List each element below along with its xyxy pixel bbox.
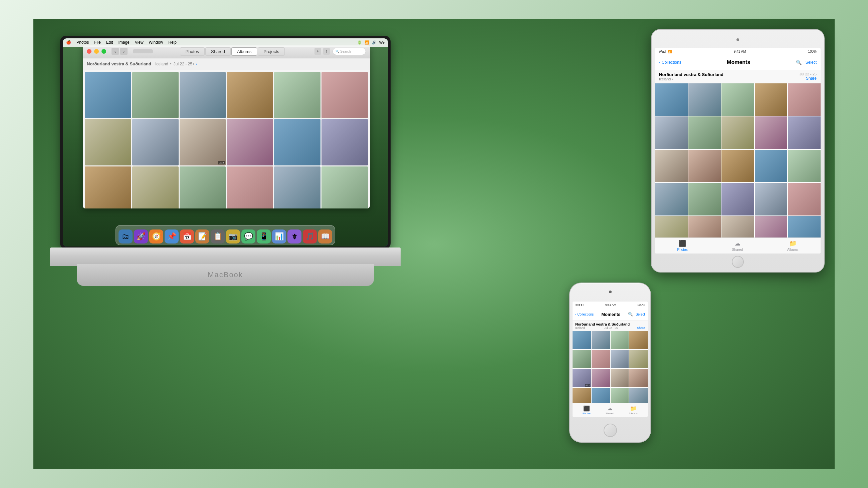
iphone-back-button[interactable]: ‹ Collections (575, 313, 594, 316)
minimize-button[interactable] (94, 49, 99, 54)
dock-mail[interactable]: 📌 (164, 229, 179, 243)
iphone-search-icon[interactable]: 🔍 (628, 312, 633, 317)
help-menu[interactable]: Help (168, 40, 177, 45)
list-item[interactable] (572, 388, 591, 403)
list-item[interactable] (629, 331, 648, 350)
list-item[interactable] (592, 350, 610, 368)
table-row[interactable]: 0:23 (180, 119, 226, 165)
image-menu[interactable]: Image (118, 40, 129, 45)
window-menu[interactable]: Window (149, 40, 163, 45)
list-item[interactable] (755, 216, 787, 237)
list-item[interactable] (721, 150, 754, 183)
table-row[interactable] (321, 72, 368, 119)
ipad-home-button[interactable] (732, 256, 744, 268)
list-item[interactable] (611, 331, 629, 350)
list-item[interactable] (755, 84, 787, 116)
iphone-tab-albums[interactable]: 📁 Albums (629, 405, 638, 415)
table-row[interactable] (227, 166, 273, 208)
list-item[interactable] (688, 216, 721, 237)
table-row[interactable] (321, 119, 368, 165)
dock-photos[interactable]: 📷 (226, 229, 240, 243)
tab-albums[interactable]: Albums (231, 47, 257, 56)
apple-menu[interactable]: 🍎 (66, 40, 71, 45)
iphone-select-button[interactable]: Select (636, 313, 645, 316)
search-box[interactable]: 🔍 Search (333, 48, 366, 55)
back-arrow[interactable] (112, 48, 119, 55)
dock-calendar[interactable]: 📅 (180, 229, 194, 243)
table-row[interactable] (85, 166, 131, 208)
list-item[interactable] (688, 150, 721, 183)
iphone-home-button[interactable] (603, 424, 617, 437)
dock-launchpad[interactable]: 🚀 (134, 229, 148, 243)
table-row[interactable] (274, 119, 320, 165)
dock-numbers[interactable]: 📊 (272, 229, 286, 243)
ipad-tab-photos[interactable]: ⬛ Photos (677, 240, 688, 252)
list-item[interactable] (721, 183, 754, 216)
ipad-search-icon[interactable]: 🔍 (796, 60, 802, 65)
table-row[interactable] (85, 72, 131, 119)
iphone-tab-shared[interactable]: ☁ Shared (606, 405, 614, 415)
table-row[interactable] (132, 119, 179, 165)
table-row[interactable] (132, 72, 179, 119)
list-item[interactable] (788, 117, 820, 149)
list-item[interactable]: 0:23 (572, 369, 591, 387)
file-menu[interactable]: File (94, 40, 100, 45)
list-item[interactable] (655, 84, 688, 116)
ipad-select-button[interactable]: Select (806, 60, 816, 65)
list-item[interactable] (611, 369, 629, 387)
dock-finder[interactable]: 🗂 (119, 229, 132, 243)
photos-menu[interactable]: Photos (76, 40, 89, 45)
dock-keynote[interactable]: 🗡 (287, 229, 302, 243)
table-row[interactable] (180, 166, 226, 208)
list-item[interactable] (688, 84, 721, 116)
table-row[interactable] (85, 119, 131, 165)
tab-shared[interactable]: Shared (205, 47, 231, 56)
forward-arrow[interactable] (120, 48, 127, 55)
list-item[interactable] (572, 331, 591, 350)
table-row[interactable] (321, 166, 368, 208)
list-item[interactable] (688, 183, 721, 216)
table-row[interactable] (227, 119, 273, 165)
ipad-tab-shared[interactable]: ☁ Shared (732, 240, 743, 252)
list-item[interactable] (788, 183, 820, 216)
table-row[interactable] (227, 72, 273, 119)
list-item[interactable] (611, 350, 629, 368)
dock-reminders[interactable]: 📋 (211, 229, 225, 243)
list-item[interactable] (655, 150, 688, 183)
list-item[interactable] (592, 388, 610, 403)
table-row[interactable] (132, 166, 179, 208)
table-row[interactable] (274, 166, 320, 208)
list-item[interactable] (755, 117, 787, 149)
table-row[interactable] (274, 72, 320, 119)
list-item[interactable] (688, 117, 721, 149)
view-menu[interactable]: View (135, 40, 144, 45)
ipad-share-button[interactable]: Share (806, 76, 816, 81)
list-item[interactable] (655, 216, 688, 237)
dock-ibooks[interactable]: 📖 (318, 229, 332, 243)
dock-notes[interactable]: 📝 (195, 229, 209, 243)
list-item[interactable] (755, 150, 787, 183)
ipad-tab-albums[interactable]: 📁 Albums (787, 240, 798, 252)
iphone-tab-photos[interactable]: ⬛ Photos (583, 405, 591, 415)
dock-music[interactable]: 🎵 (303, 229, 317, 243)
tab-photos[interactable]: Photos (180, 47, 205, 56)
add-button[interactable]: + (314, 48, 321, 55)
list-item[interactable] (629, 350, 648, 368)
iphone-share-button[interactable]: Share (637, 326, 645, 330)
list-item[interactable] (655, 117, 688, 149)
list-item[interactable] (788, 84, 820, 116)
table-row[interactable] (180, 72, 226, 119)
list-item[interactable] (755, 183, 787, 216)
list-item[interactable] (592, 331, 610, 350)
fullscreen-button[interactable] (101, 49, 106, 54)
list-item[interactable] (629, 388, 648, 403)
list-item[interactable] (572, 350, 591, 368)
close-button[interactable] (87, 49, 91, 54)
list-item[interactable] (721, 117, 754, 149)
tab-projects[interactable]: Projects (258, 47, 285, 56)
list-item[interactable] (788, 216, 820, 237)
list-item[interactable] (788, 150, 820, 183)
dock-facetime[interactable]: 📱 (257, 229, 271, 243)
list-item[interactable] (592, 369, 610, 387)
share-button[interactable]: ↑ (323, 48, 330, 55)
